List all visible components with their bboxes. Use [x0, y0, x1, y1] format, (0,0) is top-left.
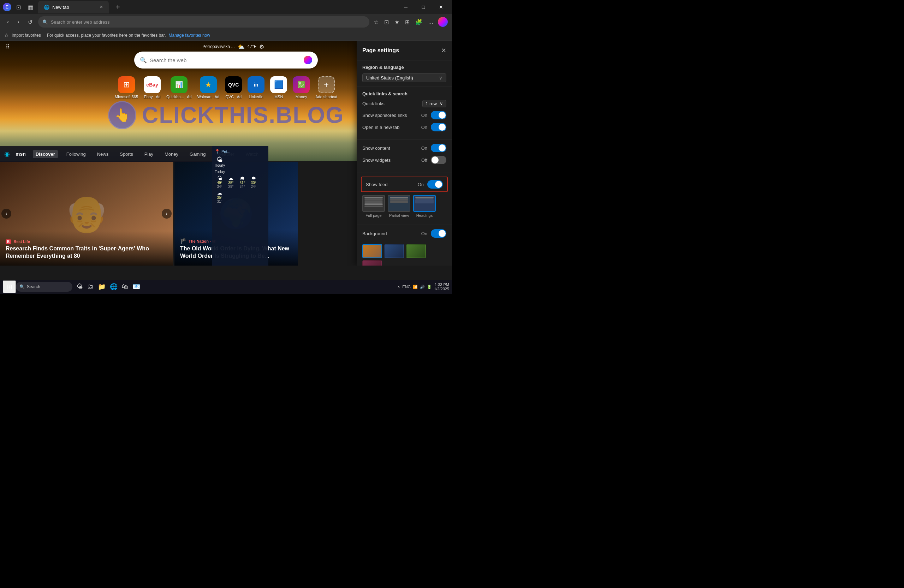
news-prev-button[interactable]: ‹ — [2, 209, 11, 219]
quick-link-money[interactable]: 💹 Money — [293, 76, 310, 99]
show-widgets-row: Show widgets Off — [362, 156, 446, 164]
new-tab-row: Open in a new tab On — [362, 123, 446, 131]
battery-icon[interactable]: 🔋 — [427, 285, 432, 289]
start-button[interactable]: ⊞ — [3, 280, 16, 293]
address-text: Search or enter web address — [51, 19, 110, 25]
favorites-button[interactable]: ☆ — [372, 17, 380, 27]
date-display: 1/2/2025 — [434, 287, 449, 291]
taskbar-browser-icon[interactable]: 🗂 — [86, 281, 95, 292]
background-toggle[interactable] — [431, 229, 446, 238]
weather-day-2: ☁ 35° 29° — [226, 175, 236, 188]
msn-tab-play[interactable]: Play — [142, 150, 156, 158]
profile-avatar[interactable] — [438, 17, 448, 27]
sponsored-links-toggle[interactable] — [431, 111, 446, 119]
taskbar-store-icon[interactable]: 🛍 — [120, 281, 130, 292]
settings-close-button[interactable]: ✕ — [441, 47, 446, 54]
bg-preview-4[interactable] — [362, 260, 382, 266]
news-card-1-source: B Best Life — [6, 239, 168, 244]
sys-chevron-icon[interactable]: ∧ — [397, 285, 400, 289]
region-dropdown[interactable]: United States (English) ∨ — [362, 73, 446, 82]
msn-tab-discover[interactable]: Discover — [33, 150, 58, 158]
quick-link-ebay[interactable]: eBay Ebay · Ad — [144, 76, 161, 99]
quick-links-section: Quick links & search Quick links 1 row ∨… — [357, 87, 452, 139]
quick-link-qvc[interactable]: QVC QVC · Ad — [225, 76, 242, 99]
news-next-button[interactable]: › — [162, 209, 172, 219]
taskbar-files-icon[interactable]: 📁 — [96, 281, 107, 292]
taskbar-search-text: Search — [27, 284, 40, 289]
volume-icon[interactable]: 🔊 — [420, 285, 425, 289]
taskbar-widgets-icon[interactable]: 🌤 — [75, 281, 84, 292]
msn-tab-following[interactable]: Following — [63, 150, 89, 158]
feed-view-full-page[interactable]: Full page — [362, 195, 385, 218]
news-card-1-inner: 👴 ‹ › B Best Life Research Finds Common … — [0, 162, 173, 266]
import-favorites-button[interactable]: Import favorites — [12, 33, 41, 38]
tab-collections-icon[interactable]: ▦ — [26, 3, 35, 11]
new-tab-toggle[interactable] — [431, 123, 446, 131]
quick-link-label-ms365: Microsoft 365 — [115, 95, 138, 99]
headings-thumb — [413, 195, 436, 212]
blog-title: CLICKTHIS.BLOG — [142, 102, 344, 128]
show-feed-toggle[interactable] — [427, 180, 443, 188]
weather-icon: ⛅ — [238, 43, 245, 50]
favorites-list-button[interactable]: ★ — [393, 17, 401, 27]
quick-link-walmart[interactable]: ★ Walmart · Ad — [198, 76, 220, 99]
quick-links-dropdown[interactable]: 1 row ∨ — [422, 100, 446, 107]
collections-button[interactable]: ⊞ — [404, 17, 411, 27]
split-view-button[interactable]: ⊡ — [383, 17, 390, 27]
profile-icon[interactable]: E — [3, 3, 11, 11]
tab-title: New tab — [52, 5, 69, 10]
taskbar-search-icon: 🔍 — [19, 284, 25, 289]
active-tab[interactable]: 🌐 New tab ✕ — [38, 1, 109, 13]
bg-preview-2[interactable] — [384, 244, 404, 258]
bg-preview-3[interactable] — [406, 244, 426, 258]
msn-tab-gaming[interactable]: Gaming — [187, 150, 209, 158]
quick-link-add[interactable]: + Add shortcut — [315, 76, 337, 99]
weather-day-3: 🌧 31° 24° — [237, 175, 247, 188]
background-label: Background — [362, 231, 387, 236]
taskbar-sys-tray: ∧ ENG 📶 🔊 🔋 1:33 PM 1/2/2025 — [397, 283, 449, 291]
weather-day-4: 🌧 30° 24° — [248, 175, 259, 188]
refresh-button[interactable]: ↺ — [25, 17, 35, 27]
manage-favorites-link[interactable]: Manage favorites now — [169, 33, 210, 38]
quick-links-value: 1 row — [425, 101, 437, 106]
quick-link-quickbooks[interactable]: 📊 Quickbo... · Ad — [166, 76, 192, 99]
grid-apps-button[interactable]: ⠿ — [4, 42, 11, 52]
search-box[interactable]: 🔍 — [134, 52, 318, 68]
page-settings-button[interactable]: ⚙ — [259, 43, 264, 50]
search-input[interactable] — [150, 57, 301, 63]
taskbar-search[interactable]: 🔍 Search — [16, 282, 73, 292]
feed-view-partial[interactable]: Partial view — [388, 195, 410, 218]
new-tab-button[interactable]: + — [113, 2, 123, 13]
bg-preview-1[interactable] — [362, 244, 382, 258]
quick-links-section-title: Quick links & search — [362, 91, 446, 96]
msn-tab-sports[interactable]: Sports — [117, 150, 136, 158]
maximize-button[interactable]: □ — [415, 2, 431, 13]
weather-day-5: ☁ 35° 31° — [215, 190, 224, 204]
quick-link-linkedin[interactable]: in LinkedIn — [248, 76, 264, 99]
system-clock[interactable]: 1:33 PM 1/2/2025 — [434, 283, 449, 291]
quick-link-microsoft365[interactable]: ⊞ Microsoft 365 — [115, 76, 138, 99]
wifi-icon[interactable]: 📶 — [413, 285, 418, 289]
taskbar-edge-icon[interactable]: 🌐 — [108, 281, 119, 292]
feed-view-options: Full page Partial view — [362, 192, 446, 220]
show-content-toggle[interactable] — [431, 144, 446, 152]
feed-view-headings[interactable]: Headings — [413, 195, 436, 218]
nav-actions: ☆ ⊡ ★ ⊞ 🧩 … — [372, 17, 448, 27]
address-bar[interactable]: 🔍 Search or enter web address — [38, 16, 369, 28]
minimize-button[interactable]: ─ — [398, 2, 414, 13]
forward-button[interactable]: › — [14, 17, 22, 27]
msn-tab-news[interactable]: News — [94, 150, 112, 158]
close-button[interactable]: ✕ — [433, 2, 449, 13]
more-button[interactable]: … — [427, 17, 435, 27]
workspaces-icon[interactable]: ⊡ — [14, 3, 23, 11]
msn-tab-money[interactable]: Money — [162, 150, 181, 158]
quick-link-msn[interactable]: 🟦 MSN — [270, 76, 287, 99]
back-button[interactable]: ‹ — [4, 17, 12, 27]
quick-links-row: Quick links 1 row ∨ — [362, 100, 446, 107]
show-widgets-toggle[interactable] — [431, 156, 446, 164]
tab-close-button[interactable]: ✕ — [100, 5, 103, 9]
extension-button[interactable]: 🧩 — [414, 17, 424, 27]
taskbar-mail-icon[interactable]: 📧 — [131, 281, 142, 292]
thumb-bar-3 — [364, 201, 383, 203]
news-card-1[interactable]: 👴 ‹ › B Best Life Research Finds Common … — [0, 162, 173, 266]
